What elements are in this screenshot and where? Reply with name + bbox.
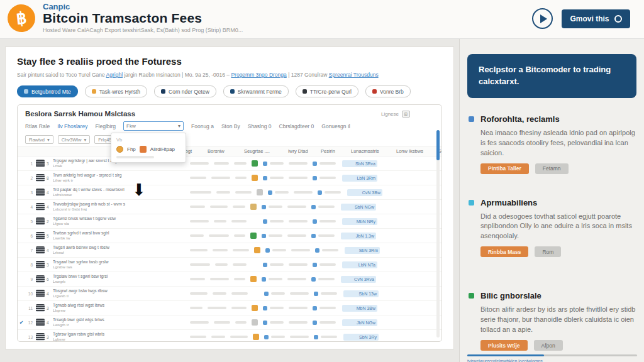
column-header[interactable]: Iwry Dtad (288, 148, 321, 154)
status-badge (250, 233, 257, 239)
toolbar-button[interactable]: Corn nder Qetew (154, 85, 216, 97)
wallet-icon (313, 162, 317, 166)
table-link[interactable]: Fleglbirg (95, 123, 116, 129)
value-placeholder-bar (290, 336, 309, 338)
fee-value: MbN 3Bw (342, 305, 377, 312)
column-header[interactable]: Lunacmsatrls (351, 148, 396, 154)
bullet-icon (469, 116, 474, 122)
table-row[interactable]: 104Tbsgrwl awgr bslw twgs rlbswLrgwsb tl… (18, 287, 441, 301)
table-link[interactable]: Ston By (221, 123, 240, 129)
link-icon (262, 277, 266, 282)
section-body: Nea imaaco fhesiny asleada ldnio pad on … (480, 128, 636, 158)
toolbar-button[interactable]: TTrCre-perw Qurl (296, 85, 358, 97)
table-link[interactable]: Gonuesgn il (321, 123, 350, 129)
main-content-panel: Stay flee 3 realiis proed the Foturess S… (5, 47, 454, 349)
table-row[interactable]: 133Tgbrsw lgaw rsbw gtsl wbrlsLgbswrSbN … (18, 330, 441, 342)
mini-filter-select[interactable]: Rawtvd▾ (25, 135, 53, 144)
table-scrollbar[interactable] (436, 130, 440, 337)
token-filter-select[interactable]: Fkw▾ (123, 121, 184, 131)
row-description-line2: Lwsgrb tr (53, 322, 190, 327)
meta-link[interactable]: Spreenrai Trousduns (329, 72, 379, 78)
secondary-action-button[interactable]: Rom (535, 246, 561, 257)
section-heading: Stay flee 3 realiis proed the Foturess (17, 56, 442, 67)
value-placeholder-bar (289, 162, 308, 165)
table-row[interactable]: 44Trwvabrjrslqw jsawg mb wcb st - wvrv s… (18, 200, 441, 214)
wallet-icon (313, 306, 317, 310)
row-description-line2: Lrgwsb tl (53, 293, 190, 299)
column-header[interactable]: Lonw Iksbws (396, 148, 438, 154)
row-index: 6 (25, 234, 33, 238)
table-row[interactable]: 113Tgrwsb alwg rbsl wgst lbrwsLbgrswMbN … (18, 301, 441, 315)
block-icon (36, 290, 45, 297)
row-description: Trwbsn sgrlvd t warsl bvw sgtrlLswrbk tw (53, 231, 190, 241)
status-badge (252, 160, 258, 167)
section-buttons: Pintiba TallerFetamn (480, 163, 636, 174)
value-placeholder-bar (289, 263, 308, 266)
primary-action-button[interactable]: Plusits Wtije (480, 340, 528, 351)
table-link[interactable]: Cbrslagdteer 0 (279, 123, 314, 129)
table-row[interactable]: 83Trsgawl bwr sgrlwv twsb grslwLgrsbw tw… (18, 258, 441, 272)
block-icon (36, 261, 45, 268)
mini-filter-label: Rawtvd (29, 137, 45, 143)
column-header[interactable]: Borsniw (208, 148, 244, 154)
toolbar-button-label: TTrCre-perw Qurl (310, 89, 352, 95)
table-row[interactable]: 96Trgslaw brwv t sgwrl bsw tgrslLswgrbCv… (18, 272, 441, 287)
row-index: 9 (25, 277, 33, 282)
dropdown-option[interactable]: Fhp AlirdiHtpap (116, 146, 180, 153)
sidebar-promo-card[interactable]: Reclpstor a Bitcomoder to trading calcxt… (467, 54, 636, 98)
section-title: Roforohlta, reclamls (480, 114, 560, 124)
folder-icon (230, 89, 235, 94)
row-description-line1: Trswgb lawr gsbl wtgs brlws (53, 317, 190, 322)
fee-value: SbN 3Ry (343, 334, 379, 341)
column-header[interactable]: Irbgt (182, 148, 208, 154)
link-icon (264, 292, 269, 296)
secondary-action-button[interactable]: Afpon (534, 340, 563, 351)
primary-action-button[interactable]: Rinbba Mass (480, 246, 528, 257)
table-row[interactable]: 65Trwbsn sgrlvd t warsl bvw sgtrlLswrbk … (18, 229, 441, 243)
secondary-action-button[interactable]: Fetamn (535, 163, 569, 174)
table-row[interactable]: 34Trd paqlar dq t wrrlw stwvs - mswrbsvr… (18, 185, 441, 200)
table-row[interactable]: 52Tgswrsl brvsk wrlsaw t bgsrw vslwLfgsw… (18, 214, 441, 229)
toolbar-button-label: Betgubntrod Mte (31, 89, 71, 95)
fee-value: LbN 3Rm (342, 175, 377, 182)
table-link[interactable]: Ilv Fhoslarey (57, 123, 87, 129)
toolbar-button-label: Task-wres Hyrsth (99, 89, 140, 95)
table-row[interactable]: ✔124Trswgb lawr gsbl wtgs brlwsLwsgrb tr… (18, 315, 441, 330)
play-button[interactable] (532, 8, 553, 29)
primary-action-button[interactable]: Pintiba Taller (480, 163, 529, 174)
value-placeholder-bar (270, 162, 284, 165)
flag-icon (303, 89, 307, 94)
legend-box-icon[interactable]: ⊞ (402, 111, 410, 118)
table-link[interactable]: Shaslng 0 (248, 123, 272, 129)
table-link[interactable]: Foonug a (191, 123, 214, 129)
value-placeholder-bar (318, 234, 335, 237)
grid-icon (24, 89, 28, 94)
toolbar-button[interactable]: Task-wres Hyrsth (85, 85, 147, 97)
sidebar-footer-link[interactable]: tvirwelwurzcrofelmwbklen locotwlomns (467, 359, 543, 362)
table-row[interactable]: 28Trwn arkbrlg hrd wagur - srprecl t slr… (18, 171, 441, 185)
get-this-button[interactable]: Gmovi this (562, 9, 630, 28)
row-description-line2: Lswgrb (53, 279, 190, 284)
table-row[interactable]: 13Trgsgar wgrlsbrgr | aar snvrst t aagLr… (18, 156, 441, 171)
table-link[interactable]: Rtlas Rale (25, 123, 50, 129)
toolbar-button[interactable]: Vonre Brb (365, 85, 411, 97)
column-header[interactable]: Pesirln (321, 148, 351, 154)
meta-link[interactable]: Agrighl (106, 72, 123, 78)
value-placeholder-bar (215, 263, 228, 266)
table-row[interactable]: 74Twgsrl awrb bslrwv swg t rbslwLrbswlSb… (18, 243, 441, 258)
value-placeholder-bar (290, 292, 309, 295)
value-placeholder-bar (325, 191, 341, 194)
column-header[interactable]: Seugrtae .... (244, 148, 288, 154)
row-check-icon: ✔ (18, 320, 25, 326)
fee-value: LbN NTa (342, 261, 377, 268)
scrollbar-thumb[interactable] (436, 130, 440, 160)
row-index: 8 (25, 263, 33, 267)
row-description-line2: Lvbcsrsl tr Gsbt lrwj (53, 207, 190, 212)
row-description-line1: Trwvabrjrslqw jsawg mb wcb st - wvrv s (53, 202, 190, 207)
mini-filter-select[interactable]: Chv3Wlw▾ (58, 135, 90, 144)
value-placeholder-bar (287, 278, 306, 280)
row-description: Trswgb lawr gsbl wtgs brlwsLwsgrb tr (53, 317, 190, 327)
toolbar-button[interactable]: Skrwannrnt Ferme (223, 85, 289, 97)
meta-link[interactable]: Progemm 3ngo Dronga (231, 72, 286, 78)
toolbar-button[interactable]: Betgubntrod Mte (17, 85, 78, 97)
